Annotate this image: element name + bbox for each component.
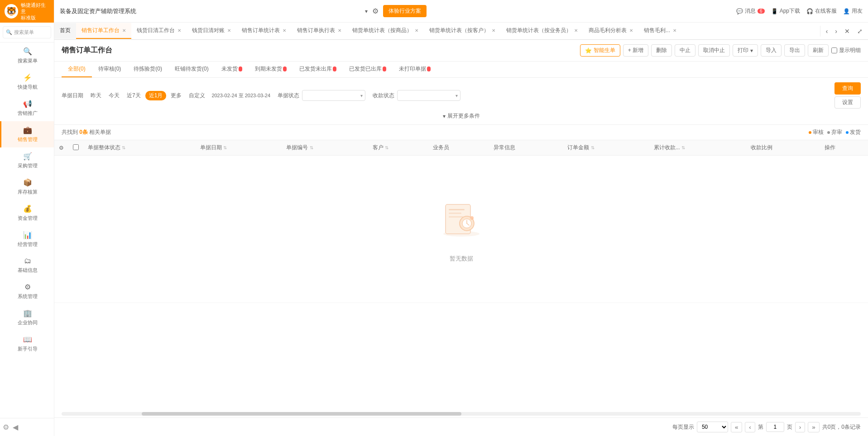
filter-tab-wangpu-pending[interactable]: 旺铺待发货(0): [168, 62, 215, 77]
tab-close-sales-stats-product[interactable]: ✕: [415, 28, 418, 33]
tab-close-cash-daily[interactable]: ✕: [177, 28, 181, 33]
prev-page-button[interactable]: ‹: [745, 422, 755, 432]
horizontal-scrollbar[interactable]: [54, 410, 868, 417]
tab-sales-stats-employee[interactable]: 销货单统计表（按业务员）✕: [501, 23, 583, 39]
sidebar-item-finance[interactable]: 💰 资金管理: [0, 200, 54, 226]
last-page-button[interactable]: »: [808, 422, 819, 432]
tab-close-all[interactable]: ✕: [842, 26, 853, 37]
date-1month[interactable]: 近1月: [145, 91, 167, 100]
settings-icon[interactable]: ⚙: [3, 423, 9, 431]
date-yesterday[interactable]: 昨天: [88, 91, 104, 100]
filter-tab-not-printed[interactable]: 未打印单据: [393, 62, 437, 77]
search-menu-button[interactable]: 🔍 搜索菜单: [3, 26, 51, 38]
sidebar-item-sales[interactable]: 💼 销售管理: [0, 121, 54, 147]
tab-close-sales-stats-employee[interactable]: ✕: [574, 28, 578, 33]
sidebar-item-search[interactable]: 🔍 搜索菜单: [0, 43, 54, 69]
date-today[interactable]: 今天: [106, 91, 122, 100]
tab-gross-profit[interactable]: 商品毛利分析表✕: [583, 23, 638, 39]
sidebar-item-quick-nav[interactable]: ⚡ 快捷导航: [0, 69, 54, 95]
sidebar-item-purchase[interactable]: 🛒 采购管理: [0, 147, 54, 174]
content-area: 销售订单工作台 ⭐ 智能生单 + 新增 删除 中止 取消中止 打印 ▾ 导入 导…: [54, 40, 868, 436]
date-7days[interactable]: 近7天: [124, 91, 144, 100]
gear-icon[interactable]: ⚙: [372, 7, 379, 15]
sidebar-item-enterprise[interactable]: 🏢 企业协同: [0, 304, 54, 331]
tab-close-sales-exec[interactable]: ✕: [338, 28, 341, 33]
query-button[interactable]: 查询: [834, 82, 861, 95]
first-page-button[interactable]: «: [731, 422, 742, 432]
tab-cash-daily-reconcile[interactable]: 钱货日清对账✕: [187, 23, 236, 39]
setting-button[interactable]: 设置: [834, 96, 861, 109]
sidebar-item-system[interactable]: ⚙ 系统管理: [0, 278, 54, 304]
solution-button[interactable]: 体验行业方案: [383, 5, 427, 17]
online-service-button[interactable]: 🎧 在线客服: [806, 7, 837, 15]
ship-action-button[interactable]: 发货: [846, 128, 861, 136]
tab-close-sales-stats[interactable]: ✕: [283, 28, 286, 33]
cancel-suspend-button[interactable]: 取消中止: [698, 44, 730, 57]
tab-maximize[interactable]: ⤢: [854, 26, 865, 37]
scrollbar-thumb[interactable]: [142, 412, 461, 416]
sidebar-item-marketing[interactable]: 📢 营销推广: [0, 95, 54, 121]
column-settings-icon[interactable]: ⚙: [59, 145, 64, 151]
filter-tab-expired-not-shipped[interactable]: 到期未发货: [249, 62, 293, 77]
sort-status-icon[interactable]: ⇅: [122, 145, 125, 150]
tab-sales-exec[interactable]: 销售订单执行表✕: [292, 23, 347, 39]
page-number-input[interactable]: [766, 422, 784, 432]
sidebar-item-guide[interactable]: 📖 新手引导: [0, 331, 54, 357]
sidebar-item-basic-info[interactable]: 🗂 基础信息: [0, 252, 54, 278]
user-button[interactable]: 👤 用友: [843, 7, 863, 15]
system-dropdown[interactable]: ▾: [365, 8, 368, 14]
filter-tab-pending-review[interactable]: 待审核(0): [92, 62, 128, 77]
export-button[interactable]: 导出: [784, 44, 805, 57]
payment-select[interactable]: [397, 90, 460, 101]
filter-tab-all[interactable]: 全部(0): [62, 62, 92, 77]
expand-conditions-button[interactable]: ▾ 展开更多条件: [443, 112, 480, 120]
review-action-button[interactable]: 审核: [809, 128, 824, 136]
tab-nav-next[interactable]: ›: [832, 26, 840, 37]
sort-customer-icon[interactable]: ⇅: [385, 145, 388, 150]
tab-home[interactable]: 首页: [54, 23, 76, 39]
date-custom[interactable]: 自定义: [186, 91, 208, 100]
status-select[interactable]: [302, 90, 365, 101]
filter-tab-pending-inspect[interactable]: 待拣验货(0): [127, 62, 168, 77]
select-all-checkbox[interactable]: [73, 144, 79, 150]
show-detail-label[interactable]: 显示明细: [831, 47, 861, 54]
tab-close-gross-profit[interactable]: ✕: [629, 28, 633, 33]
tab-nav-prev[interactable]: ‹: [823, 26, 831, 37]
sort-amount-icon[interactable]: ⇅: [591, 145, 595, 150]
status-label: 单据状态: [278, 92, 299, 100]
tab-close-cash-daily-reconcile[interactable]: ✕: [227, 28, 231, 33]
tab-close-sales-stats-customer[interactable]: ✕: [492, 28, 495, 33]
tab-sales-stats[interactable]: 销售订单统计表✕: [236, 23, 292, 39]
app-download-button[interactable]: 📱 App下载: [771, 7, 800, 15]
suspend-button[interactable]: 中止: [675, 44, 695, 57]
tab-close-sales-more[interactable]: ✕: [673, 28, 676, 33]
sort-date-icon[interactable]: ⇅: [223, 145, 227, 150]
collapse-icon[interactable]: ◀: [13, 423, 18, 431]
sort-number-icon[interactable]: ⇅: [310, 145, 313, 150]
smart-generate-button[interactable]: ⭐ 智能生单: [580, 44, 620, 57]
print-button[interactable]: 打印 ▾: [733, 44, 758, 57]
refresh-button[interactable]: 刷新: [808, 44, 829, 57]
show-detail-checkbox[interactable]: [831, 47, 837, 53]
per-page-select[interactable]: 50 10 20 100: [697, 422, 728, 432]
sort-cumulative-icon[interactable]: ⇅: [681, 145, 685, 150]
import-button[interactable]: 导入: [761, 44, 782, 57]
tab-close-sales-workbench[interactable]: ✕: [122, 28, 126, 33]
tab-sales-stats-product[interactable]: 销货单统计表（按商品）✕: [347, 23, 424, 39]
system-title: 装备及固定资产辅助管理系统: [60, 7, 360, 15]
delete-button[interactable]: 删除: [651, 44, 672, 57]
sidebar-item-operation[interactable]: 📊 经营管理: [0, 226, 54, 252]
tab-sales-stats-customer[interactable]: 销货单统计表（按客户）✕: [424, 23, 501, 39]
tab-sales-workbench[interactable]: 销售订单工作台✕: [76, 23, 131, 39]
date-more[interactable]: 更多: [168, 91, 184, 100]
filter-tab-shipped-not-out[interactable]: 已发货未出库: [293, 62, 343, 77]
revoke-action-button[interactable]: 弃审: [827, 128, 842, 136]
next-page-button[interactable]: ›: [795, 422, 805, 432]
filter-tab-shipped-out[interactable]: 已发货已出库: [343, 62, 393, 77]
tab-sales-more[interactable]: 销售毛利...✕: [638, 23, 682, 39]
message-button[interactable]: 💬 消息 6: [736, 7, 765, 15]
filter-tab-not-shipped[interactable]: 未发货: [215, 62, 249, 77]
tab-cash-daily[interactable]: 钱货日清工作台✕: [131, 23, 187, 39]
add-button[interactable]: + 新增: [623, 44, 648, 57]
sidebar-item-inventory[interactable]: 📦 库存核算: [0, 174, 54, 200]
